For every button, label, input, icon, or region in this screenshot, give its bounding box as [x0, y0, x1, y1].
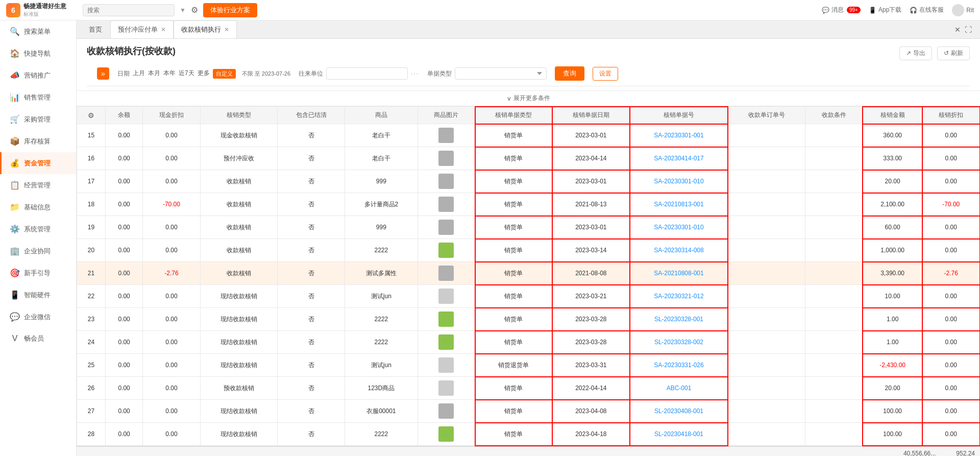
- cash-discount: 0.00: [143, 354, 200, 377]
- tab-prepay-close[interactable]: ✕: [161, 26, 166, 33]
- write-off-amount: 1.00: [863, 331, 922, 354]
- app-download-btn[interactable]: 📱 App下载: [869, 6, 901, 14]
- write-off-no-link[interactable]: SA-20230321-012: [654, 293, 703, 300]
- tab-bar: 首页 预付冲应付单 ✕ 收款核销执行 ✕ ✕ ⛶: [77, 20, 980, 39]
- write-off-no-link[interactable]: SA-20210813-001: [654, 201, 703, 208]
- write-off-doc-type: 销货单: [475, 400, 552, 423]
- sidebar-item-ops[interactable]: 📋 经营管理: [0, 174, 76, 196]
- include-settled: 否: [278, 147, 345, 170]
- sidebar-item-vip[interactable]: V 畅会员: [0, 328, 76, 349]
- verify-type: 收款核销: [200, 170, 277, 193]
- date-opt-this-month[interactable]: 本月: [148, 69, 160, 79]
- write-off-date: 2023-03-21: [552, 285, 629, 308]
- app-download-icon: 📱: [869, 7, 876, 14]
- verify-type: 现结收款核销: [200, 354, 277, 377]
- write-off-no-link[interactable]: SA-20230331-026: [654, 362, 703, 369]
- write-off-no-link[interactable]: SL-20230418-001: [654, 430, 703, 438]
- goods-image: [418, 285, 475, 308]
- write-off-no-link[interactable]: SL-20230328-001: [654, 316, 703, 323]
- goods: 衣服00001: [345, 400, 418, 423]
- sidebar-item-newbie[interactable]: 🎯 新手引导: [0, 262, 76, 284]
- close-window-icon[interactable]: ✕: [954, 26, 961, 34]
- footer-write-off-amount: 40,556,66...: [903, 450, 936, 456]
- write-off-no-link[interactable]: SA-20210808-001: [654, 270, 703, 277]
- sidebar-item-search-menu[interactable]: 🔍 搜索菜单: [0, 20, 76, 42]
- write-off-no-link[interactable]: SA-20230314-008: [654, 247, 703, 254]
- receipt-condition: [805, 170, 863, 193]
- sidebar-item-enterprise-wx[interactable]: 💬 企业微信: [0, 306, 76, 328]
- query-btn[interactable]: 查询: [555, 66, 584, 81]
- sidebar-item-enterprise[interactable]: 🏢 企业协同: [0, 240, 76, 262]
- sidebar-item-quick-nav[interactable]: 🏠 快捷导航: [0, 42, 76, 64]
- verify-type: 收款核销: [200, 193, 277, 216]
- sidebar-item-sales[interactable]: 📊 销售管理: [0, 86, 76, 108]
- industry-btn[interactable]: 体验行业方案: [203, 3, 257, 17]
- tab-receipt-close[interactable]: ✕: [224, 26, 229, 33]
- tab-home[interactable]: 首页: [81, 21, 110, 38]
- write-off-no-link[interactable]: SL-20230328-002: [654, 339, 703, 346]
- verify-type: 预付冲应收: [200, 147, 277, 170]
- date-filter-group: 日期 上月 本月 本年 近7天 更多 自定义 不限 至 2023-07-26: [117, 69, 290, 79]
- write-off-no-link[interactable]: ABC-001: [667, 385, 692, 392]
- write-off-no-link[interactable]: SA-20230301-001: [654, 132, 703, 139]
- write-off-amount: 360.00: [863, 124, 922, 147]
- write-off-no-link[interactable]: SA-20230414-017: [654, 155, 703, 162]
- filter-expand-btn[interactable]: »: [97, 67, 109, 80]
- export-btn[interactable]: ↗ 导出: [899, 46, 932, 60]
- sidebar-item-inventory[interactable]: 📦 库存核算: [0, 130, 76, 152]
- user-name: Rit: [966, 7, 974, 14]
- receipt-order-no: [728, 354, 805, 377]
- dropdown-arrow[interactable]: ▼: [180, 7, 186, 14]
- write-off-amount: 1,000.00: [863, 239, 922, 262]
- balance: 0.00: [105, 216, 142, 239]
- sidebar-item-smart-hw[interactable]: 📱 智能硬件: [0, 284, 76, 306]
- th-settings[interactable]: ⚙: [77, 107, 106, 124]
- date-opt-last-month[interactable]: 上月: [133, 69, 145, 79]
- date-opt-more[interactable]: 更多: [198, 69, 210, 79]
- expand-conditions-btn[interactable]: ∨ 展开更多条件: [507, 94, 550, 103]
- balance: 0.00: [105, 124, 142, 147]
- settings-btn[interactable]: 设置: [593, 67, 618, 81]
- date-opt-this-year[interactable]: 本年: [163, 69, 176, 79]
- write-off-discount: 0.00: [922, 239, 979, 262]
- tab-prepay[interactable]: 预付冲应付单 ✕: [110, 20, 174, 38]
- sidebar-item-finance[interactable]: 💰 资金管理: [0, 152, 76, 174]
- write-off-no: SL-20230328-002: [630, 331, 728, 354]
- settings-gear-icon[interactable]: ⚙: [191, 5, 198, 15]
- tab-receipt-exec[interactable]: 收款核销执行 ✕: [174, 20, 237, 38]
- counterpart-dots: ···: [411, 70, 419, 77]
- doc-type-select[interactable]: [455, 67, 547, 80]
- sidebar-label-quick-nav: 快捷导航: [24, 49, 51, 58]
- write-off-no-link[interactable]: SA-20230301-010: [654, 224, 703, 231]
- expand-window-icon[interactable]: ⛶: [965, 26, 972, 34]
- base-info-icon: 📁: [10, 202, 20, 212]
- counterpart-input[interactable]: [326, 67, 408, 80]
- top-search-input[interactable]: [83, 4, 175, 16]
- sidebar-item-sys-mgmt[interactable]: ⚙️ 系统管理: [0, 218, 76, 240]
- user-area[interactable]: Rit: [952, 4, 974, 16]
- date-custom-btn[interactable]: 自定义: [213, 69, 236, 79]
- write-off-doc-type: 销货单: [475, 423, 552, 446]
- write-off-no: SA-20230331-026: [630, 354, 728, 377]
- write-off-date: 2023-04-18: [552, 423, 629, 446]
- th-receipt-condition: 收款条件: [805, 107, 863, 124]
- include-settled: 否: [278, 239, 345, 262]
- online-service-btn[interactable]: 🎧 在线客服: [910, 6, 944, 14]
- date-opt-7days[interactable]: 近7天: [179, 69, 194, 79]
- table-row: 180.00-70.00收款核销否多计量商品2销货单2021-08-13SA-2…: [77, 193, 980, 216]
- cash-discount: 0.00: [143, 285, 200, 308]
- write-off-no-link[interactable]: SL-20230408-001: [654, 407, 703, 415]
- refresh-btn[interactable]: ↺ 刷新: [937, 46, 970, 60]
- write-off-no-link[interactable]: SA-20230301-010: [654, 178, 703, 185]
- sidebar-item-base-info[interactable]: 📁 基础信息: [0, 196, 76, 218]
- messages-btn[interactable]: 💬 消息 99+: [822, 6, 861, 14]
- sidebar-item-marketing[interactable]: 📣 营销推广: [0, 64, 76, 86]
- write-off-discount: 0.00: [922, 308, 979, 331]
- smart-hw-icon: 📱: [10, 290, 20, 300]
- table-row: 170.000.00收款核销否999销货单2023-03-01SA-202303…: [77, 170, 980, 193]
- footer-amount-label: 40,556,66...: [903, 450, 936, 456]
- table-row: 260.000.00预收款核销否123D商品销货单2022-04-14ABC-0…: [77, 377, 980, 400]
- include-settled: 否: [278, 354, 345, 377]
- sidebar-item-purchase[interactable]: 🛒 采购管理: [0, 108, 76, 130]
- write-off-amount: 2,100.00: [863, 193, 922, 216]
